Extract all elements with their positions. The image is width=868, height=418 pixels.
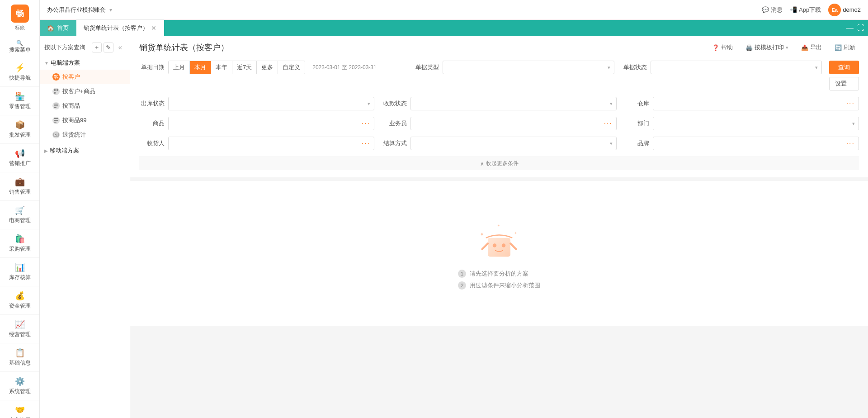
enterprise-icon: 🤝	[15, 405, 25, 415]
this-year-btn[interactable]: 本年	[211, 61, 232, 74]
tree-item-by-customer-product[interactable]: 按客户+商品	[40, 84, 130, 99]
tabbar-controls: — ⛶	[843, 20, 868, 36]
doc-type-label: 单据类型	[414, 63, 439, 71]
department-field: 部门 ▾	[624, 117, 859, 130]
sidebar-item-search[interactable]: 🔍 搜索菜单	[0, 35, 39, 58]
more-btn[interactable]: 更多	[257, 61, 278, 74]
sidebar-item-operations[interactable]: 📈 经营管理	[0, 315, 39, 343]
last-month-btn[interactable]: 上月	[169, 61, 190, 74]
svg-line-17	[510, 243, 516, 249]
svg-rect-3	[54, 104, 58, 104]
filter-actions: 查询 设置	[829, 61, 859, 90]
export-btn[interactable]: 📤 导出	[797, 42, 826, 53]
sidebar-item-retail[interactable]: 🏪 零售管理	[0, 87, 39, 115]
empty-hint-1: 1 请先选择要分析的方案	[458, 270, 540, 278]
user-avatar-btn[interactable]: Ea demo2	[828, 4, 861, 16]
warehouse-input[interactable]: ···	[653, 97, 859, 110]
tree-item-by-customer[interactable]: 客 按客户	[40, 70, 130, 84]
svg-rect-13	[488, 238, 510, 257]
sidebar: 畅 标账 🔍 搜索菜单 ⚡ 快捷导航 🏪 零售管理 📦 批发管理 📢 营销推广 …	[0, 0, 40, 418]
sidebar-item-enterprise[interactable]: 🤝 企业协同	[0, 400, 39, 418]
svg-point-15	[502, 243, 505, 247]
doc-status-select[interactable]: ▾	[651, 61, 822, 74]
svg-text:✦: ✦	[514, 231, 517, 235]
date-buttons: 上月 本月 本年 近7天 更多 自定义	[168, 61, 305, 74]
tab-home[interactable]: 🏠 首页	[40, 20, 76, 36]
tree-item-by-product99[interactable]: 按商品99	[40, 113, 130, 128]
tab-close-icon[interactable]: ✕	[151, 24, 156, 32]
settlement-label: 结算方式	[382, 139, 407, 147]
help-btn[interactable]: ❓ 帮助	[708, 42, 736, 53]
recipient-input[interactable]: ···	[168, 137, 374, 150]
settings-btn[interactable]: 设置	[829, 77, 859, 90]
payment-status-select[interactable]: ▾	[410, 97, 617, 110]
sidebar-item-basic[interactable]: 📋 基础信息	[0, 343, 39, 372]
shortcut-icon: ⚡	[15, 63, 25, 73]
refresh-btn[interactable]: 🔄 刷新	[831, 42, 859, 53]
this-month-btn[interactable]: 本月	[190, 61, 211, 74]
logo: 畅 标账	[0, 0, 39, 35]
query-btn[interactable]: 查询	[829, 61, 859, 74]
settlement-select[interactable]: ▾	[410, 137, 617, 150]
tree-item-icon-product99	[52, 117, 60, 124]
topbar-title: 办公用品行业模拟账套	[47, 6, 106, 14]
left-panel: 按以下方案查询 + ✎ « ▼ 电脑端方案 客 按客户	[40, 36, 130, 418]
tab-minimize-btn[interactable]: —	[846, 24, 854, 32]
out-status-field: 出库状态 ▾	[139, 97, 374, 110]
sidebar-item-marketing[interactable]: 📢 营销推广	[0, 144, 39, 172]
tab-maximize-btn[interactable]: ⛶	[857, 24, 864, 32]
sidebar-item-system[interactable]: ⚙️ 系统管理	[0, 372, 39, 400]
custom-btn[interactable]: 自定义	[278, 61, 305, 74]
sidebar-item-inventory[interactable]: 📊 库存核算	[0, 258, 39, 286]
finance-icon: 💰	[15, 291, 25, 301]
main-area: 办公用品行业模拟账套 ▾ 💬 消息 📲 App下载 Ea demo2 🏠 首页	[40, 0, 868, 418]
svg-rect-1	[57, 89, 58, 91]
app-download-btn[interactable]: 📲 App下载	[790, 6, 821, 14]
add-scheme-btn[interactable]: +	[92, 43, 102, 52]
svg-text:✦: ✦	[497, 224, 500, 227]
print-btn[interactable]: 🖨️ 按模板打印 ▾	[742, 42, 792, 53]
collapse-panel-btn[interactable]: «	[115, 43, 125, 52]
print-chevron-icon: ▾	[786, 45, 788, 51]
tree-item-icon-return	[52, 131, 60, 138]
tree-group-header-mobile[interactable]: ▶ 移动端方案	[40, 144, 130, 157]
tree-item-by-product[interactable]: 按商品	[40, 99, 130, 113]
download-icon: 📲	[790, 6, 797, 13]
collapse-row[interactable]: ∧ 收起更多条件	[139, 157, 859, 170]
print-icon: 🖨️	[745, 44, 753, 51]
brand-input[interactable]: ···	[653, 137, 859, 150]
product-input[interactable]: ···	[168, 117, 374, 130]
date-range: 2023-03-01 至 2023-03-31	[312, 64, 376, 71]
tree-item-return-stats[interactable]: 退货统计	[40, 128, 130, 142]
sidebar-item-finance[interactable]: 💰 资金管理	[0, 286, 39, 315]
sidebar-item-purchase[interactable]: 🛍️ 采购管理	[0, 229, 39, 258]
logo-text: 标账	[15, 24, 25, 31]
sidebar-item-ecommerce[interactable]: 🛒 电商管理	[0, 201, 39, 229]
message-btn[interactable]: 💬 消息	[762, 6, 783, 14]
svg-line-16	[482, 243, 488, 249]
sidebar-item-shortcut[interactable]: ⚡ 快捷导航	[0, 58, 39, 87]
department-select[interactable]: ▾	[653, 117, 859, 130]
tabbar: 🏠 首页 销货单统计表（按客户） ✕ — ⛶	[40, 20, 868, 36]
out-status-select[interactable]: ▾	[168, 97, 374, 110]
product-label: 商品	[139, 119, 165, 128]
system-icon: ⚙️	[15, 376, 25, 386]
tree-group-header-desktop[interactable]: ▼ 电脑端方案	[40, 56, 130, 70]
salesperson-input[interactable]: ···	[410, 117, 617, 130]
department-chevron-icon: ▾	[852, 121, 855, 127]
tab-sales-stats[interactable]: 销货单统计表（按客户） ✕	[76, 20, 164, 36]
edit-scheme-btn[interactable]: ✎	[104, 43, 113, 52]
brand-field: 品牌 ···	[624, 137, 859, 150]
last7days-btn[interactable]: 近7天	[232, 61, 257, 74]
topbar-dropdown-icon[interactable]: ▾	[109, 7, 112, 13]
empty-illustration: ✦ ✦ ✦	[476, 217, 522, 262]
doc-type-select[interactable]: ▾	[443, 61, 614, 74]
collapse-text: ∧ 收起更多条件	[480, 160, 519, 167]
svg-text:✦: ✦	[480, 231, 484, 237]
right-panel: 销货单统计表（按客户） ❓ 帮助 🖨️ 按模板打印 ▾ 📤 导出	[130, 36, 868, 418]
tree-item-icon-product	[52, 102, 60, 109]
settlement-field: 结算方式 ▾	[382, 137, 617, 150]
sidebar-item-sales[interactable]: 💼 销售管理	[0, 172, 39, 201]
sidebar-item-wholesale[interactable]: 📦 批发管理	[0, 115, 39, 144]
operations-icon: 📈	[15, 319, 25, 329]
